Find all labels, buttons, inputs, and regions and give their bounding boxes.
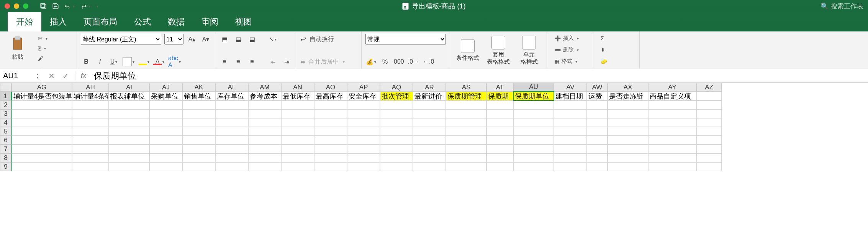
cell-AZ3[interactable]	[696, 109, 722, 118]
cell-AZ9[interactable]	[696, 162, 722, 171]
cell-AZ8[interactable]	[696, 153, 722, 162]
format-as-table-button[interactable]: 套用 表格格式	[485, 36, 512, 66]
cell-AP8[interactable]	[347, 153, 380, 162]
redo-button[interactable]: ▾	[80, 3, 90, 9]
column-header-AY[interactable]: AY	[648, 83, 696, 92]
cell-AY3[interactable]	[648, 109, 696, 118]
cell-AO2[interactable]	[314, 100, 347, 109]
cell-AY5[interactable]	[648, 127, 696, 136]
cell-AI4[interactable]	[109, 118, 149, 127]
cell-AO1[interactable]: 最高库存	[314, 92, 347, 100]
cell-AV3[interactable]	[554, 109, 587, 118]
cell-AM4[interactable]	[248, 118, 281, 127]
increase-font-button[interactable]: A▴	[187, 34, 197, 44]
cell-AQ6[interactable]	[380, 136, 413, 145]
cell-AG5[interactable]	[11, 127, 72, 136]
cell-AJ9[interactable]	[149, 162, 182, 171]
cell-AR8[interactable]	[413, 153, 446, 162]
cell-AX4[interactable]	[608, 118, 648, 127]
decrease-decimal-button[interactable]: ←.0	[423, 56, 434, 67]
cut-button[interactable]: ✄ ▾	[34, 34, 73, 43]
search-box[interactable]: 🔍 搜索工作表	[821, 2, 863, 11]
cell-AY2[interactable]	[648, 100, 696, 109]
wrap-text-button[interactable]: ⮐ 自动换行	[300, 34, 350, 44]
column-header-AV[interactable]: AV	[554, 83, 587, 92]
tab-insert[interactable]: 插入	[41, 12, 75, 31]
cell-AI8[interactable]	[109, 153, 149, 162]
cell-AL3[interactable]	[215, 109, 248, 118]
cell-AN5[interactable]	[281, 127, 314, 136]
cell-AS2[interactable]	[446, 100, 486, 109]
cell-AL8[interactable]	[215, 153, 248, 162]
cell-AT5[interactable]	[486, 127, 513, 136]
increase-indent-button[interactable]: ⇥	[281, 56, 292, 67]
cell-AV5[interactable]	[554, 127, 587, 136]
cell-AX9[interactable]	[608, 162, 648, 171]
row-header-4[interactable]: 4	[0, 118, 11, 127]
cell-AG1[interactable]: 辅计量4是否包装单位	[11, 92, 72, 100]
cell-AV4[interactable]	[554, 118, 587, 127]
tab-data[interactable]: 数据	[159, 12, 193, 31]
paste-button[interactable]: 粘贴	[4, 36, 31, 61]
column-header-AR[interactable]: AR	[413, 83, 446, 92]
cell-AX5[interactable]	[608, 127, 648, 136]
column-header-AT[interactable]: AT	[486, 83, 513, 92]
cell-AR4[interactable]	[413, 118, 446, 127]
enter-formula-button[interactable]: ✓	[62, 71, 69, 81]
column-header-AU[interactable]: AU	[513, 83, 554, 92]
cell-AH6[interactable]	[72, 136, 109, 145]
cell-AR3[interactable]	[413, 109, 446, 118]
column-header-AS[interactable]: AS	[446, 83, 486, 92]
bold-button[interactable]: B	[81, 56, 92, 67]
cell-AM7[interactable]	[248, 145, 281, 153]
cell-AL6[interactable]	[215, 136, 248, 145]
cell-AJ6[interactable]	[149, 136, 182, 145]
cell-AG8[interactable]	[11, 153, 72, 162]
cell-AZ4[interactable]	[696, 118, 722, 127]
fill-button[interactable]: ⬇	[597, 45, 635, 54]
increase-decimal-button[interactable]: .0→	[408, 56, 419, 67]
copy-button[interactable]: ⎘ ▾	[34, 44, 73, 53]
cell-AM1[interactable]: 参考成本	[248, 92, 281, 100]
cell-AK2[interactable]	[182, 100, 215, 109]
cell-AP1[interactable]: 安全库存	[347, 92, 380, 100]
cell-AK8[interactable]	[182, 153, 215, 162]
cell-AO7[interactable]	[314, 145, 347, 153]
cell-AP6[interactable]	[347, 136, 380, 145]
cell-AW2[interactable]	[587, 100, 608, 109]
cell-AY8[interactable]	[648, 153, 696, 162]
cell-AN9[interactable]	[281, 162, 314, 171]
cell-AS7[interactable]	[446, 145, 486, 153]
cell-AL2[interactable]	[215, 100, 248, 109]
cell-AW6[interactable]	[587, 136, 608, 145]
cell-AQ3[interactable]	[380, 109, 413, 118]
comma-button[interactable]: 000	[393, 56, 405, 67]
cell-AH5[interactable]	[72, 127, 109, 136]
formula-input[interactable]	[92, 71, 868, 81]
cell-AN7[interactable]	[281, 145, 314, 153]
autosum-button[interactable]: Σ	[597, 34, 635, 43]
cell-AG9[interactable]	[11, 162, 72, 171]
phonetic-button[interactable]: abcA▾	[168, 56, 181, 67]
cell-AG7[interactable]	[11, 145, 72, 153]
cell-AW8[interactable]	[587, 153, 608, 162]
cell-AQ4[interactable]	[380, 118, 413, 127]
cell-AK9[interactable]	[182, 162, 215, 171]
cell-AR7[interactable]	[413, 145, 446, 153]
cell-AI7[interactable]	[109, 145, 149, 153]
cell-AU1[interactable]: 保质期单位	[513, 92, 554, 100]
cell-AX6[interactable]	[608, 136, 648, 145]
delete-cells-button[interactable]: ➖ 删除▾	[551, 45, 589, 54]
cell-AO3[interactable]	[314, 109, 347, 118]
cell-AK5[interactable]	[182, 127, 215, 136]
cell-styles-button[interactable]: 单元 格样式	[515, 36, 543, 66]
cell-AV7[interactable]	[554, 145, 587, 153]
cell-AU5[interactable]	[513, 127, 554, 136]
cell-AH2[interactable]	[72, 100, 109, 109]
cell-AT4[interactable]	[486, 118, 513, 127]
cell-AU6[interactable]	[513, 136, 554, 145]
cell-AN8[interactable]	[281, 153, 314, 162]
zoom-window-button[interactable]	[23, 3, 28, 9]
cell-AH7[interactable]	[72, 145, 109, 153]
cell-AV8[interactable]	[554, 153, 587, 162]
